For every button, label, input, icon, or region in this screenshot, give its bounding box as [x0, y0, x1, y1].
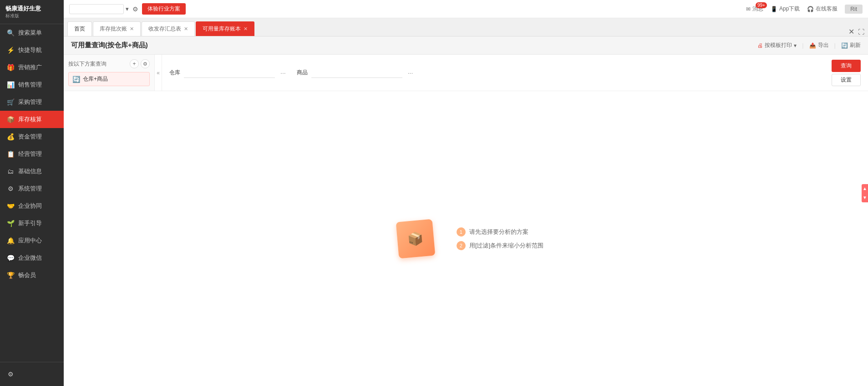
filter-scheme-header: 按以下方案查询 + ⚙: [68, 59, 150, 68]
scroll-up-arrow[interactable]: ▲: [862, 184, 868, 193]
headset-icon: 🎧: [807, 6, 814, 12]
ops-icon: 📋: [6, 150, 15, 158]
sidebar-item-label: 营销推广: [18, 63, 42, 72]
settings-icon[interactable]: ⚙: [132, 5, 138, 13]
search-icon: 🔍: [6, 29, 15, 36]
sidebar-item-label: 快捷导航: [18, 46, 42, 54]
refresh-label: 刷新: [850, 41, 861, 49]
app-download-btn[interactable]: 📱 App下载: [771, 5, 800, 13]
filter-scheme-title: 按以下方案查询: [68, 60, 107, 68]
sidebar-item-label: 应用中心: [18, 237, 42, 245]
tab-receive-summary-close-icon[interactable]: ✕: [184, 26, 188, 32]
sidebar-item-system[interactable]: ⚙ 系统管理: [0, 180, 64, 197]
sidebar-item-label: 系统管理: [18, 185, 42, 193]
sidebar-item-finance[interactable]: 💰 资金管理: [0, 128, 64, 145]
print-icon: 🖨: [757, 42, 763, 49]
industry-btn[interactable]: 体验行业方案: [142, 3, 186, 15]
tab-batch-account[interactable]: 库存批次账 ✕: [93, 21, 141, 36]
print-btn[interactable]: 🖨 按模板打印 ▾: [757, 41, 797, 49]
box-face-icon: 📦: [407, 231, 424, 247]
tab-home-label: 首页: [74, 25, 85, 33]
tab-receive-summary-label: 收发存汇总表: [148, 25, 181, 33]
page-actions: 🖨 按模板打印 ▾ | 📤 导出 | 🔄 刷新: [757, 41, 861, 49]
sidebar-item-vip[interactable]: 🏆 畅会员: [0, 267, 64, 284]
warehouse-input[interactable]: [184, 67, 275, 78]
sidebar-item-label: 搜索菜单: [18, 29, 42, 37]
sidebar-item-label: 企业微信: [18, 254, 42, 262]
chat-icon: 💬: [6, 254, 15, 262]
sidebar-item-app-center[interactable]: 🔔 应用中心: [0, 232, 64, 249]
refresh-icon: 🔄: [841, 42, 848, 49]
service-label: 在线客服: [816, 5, 838, 13]
sidebar-item-inventory[interactable]: 📦 库存核算: [0, 111, 64, 128]
app-version: 标准版: [5, 13, 58, 19]
tab-close-all-btn[interactable]: ✕: [848, 27, 854, 36]
tip-num-2: 2: [457, 241, 466, 250]
folder-icon: 🗂: [6, 168, 15, 175]
goods-input[interactable]: [311, 67, 402, 78]
print-dropdown-icon[interactable]: ▾: [794, 42, 797, 49]
query-btn[interactable]: 查询: [832, 60, 861, 72]
tab-available-book[interactable]: 可用量库存账本 ✕: [196, 21, 254, 36]
sidebar-item-newbie[interactable]: 🌱 新手引导: [0, 215, 64, 232]
sidebar-item-search[interactable]: 🔍 搜索菜单: [0, 24, 64, 41]
crown-icon: 🏆: [6, 272, 15, 279]
separator-2: |: [834, 42, 836, 49]
plant-icon: 🌱: [6, 220, 15, 227]
gear-icon: ⚙: [6, 185, 15, 192]
handshake-icon: 🤝: [6, 202, 15, 210]
tab-batch-account-close-icon[interactable]: ✕: [130, 26, 134, 32]
sidebar-item-settings-bottom[interactable]: ⚙: [0, 366, 64, 382]
scheme-settings-btn[interactable]: ⚙: [141, 59, 150, 68]
sidebar-item-purchase[interactable]: 🛒 采购管理: [0, 93, 64, 111]
dropdown-arrow-icon[interactable]: ▾: [126, 5, 129, 12]
filter-conditions: 仓库 ··· 商品 ··· 查询 设置: [162, 55, 868, 91]
shortcut-icon: ⚡: [6, 46, 15, 54]
scheme-item-label: 仓库+商品: [83, 75, 108, 83]
settings-bottom-icon: ⚙: [6, 371, 15, 378]
scheme-item-icon: 🔄: [72, 76, 80, 83]
goods-more-btn[interactable]: ···: [406, 67, 415, 78]
scheme-item-warehouse-goods[interactable]: 🔄 仓库+商品: [68, 72, 150, 86]
sidebar-item-corp-wechat[interactable]: 💬 企业微信: [0, 249, 64, 267]
app-label: App下载: [779, 5, 800, 13]
tab-bar: 首页 库存批次账 ✕ 收发存汇总表 ✕ 可用量库存账本 ✕ ✕ ⛶: [64, 18, 868, 36]
sidebar-item-label: 销售管理: [18, 81, 42, 89]
tab-expand-icon[interactable]: ⛶: [858, 28, 864, 36]
separator-1: |: [802, 42, 803, 49]
tab-available-book-close-icon[interactable]: ✕: [244, 26, 248, 32]
scroll-down-arrow[interactable]: ▼: [862, 193, 868, 202]
sidebar-item-sales[interactable]: 📊 销售管理: [0, 76, 64, 93]
sidebar-nav: 🔍 搜索菜单 ⚡ 快捷导航 🎁 营销推广 📊 销售管理 🛒 采购管理 📦 库存核…: [0, 24, 64, 362]
tab-home[interactable]: 首页: [67, 21, 92, 36]
refresh-btn[interactable]: 🔄 刷新: [841, 41, 861, 49]
chevron-left-icon: «: [157, 70, 160, 76]
warehouse-label: 仓库: [169, 69, 180, 77]
tabs-right-actions: ✕ ⛶: [848, 27, 864, 36]
empty-tip-2: 2 用[过滤]条件来缩小分析范围: [457, 241, 543, 250]
warehouse-more-btn[interactable]: ···: [279, 67, 288, 78]
empty-state: 📦 1 请先选择要分析的方案 2 用[过滤]条件来缩小分析范围: [64, 91, 868, 386]
search-input[interactable]: [69, 4, 124, 14]
online-service-btn[interactable]: 🎧 在线客服: [807, 5, 838, 13]
tab-batch-account-label: 库存批次账: [100, 25, 127, 33]
scroll-indicator[interactable]: ▲ ▼: [862, 184, 868, 202]
sidebar-header: 畅康通好生意 标准版: [0, 0, 64, 24]
message-btn[interactable]: ✉ 消息 99+: [746, 5, 763, 13]
filter-settings-btn[interactable]: 设置: [832, 74, 861, 86]
sidebar-item-operations[interactable]: 📋 经营管理: [0, 145, 64, 163]
main-area: ▾ ⚙ 体验行业方案 ✉ 消息 99+ 📱 App下载 🎧 在线客服 Rit 首…: [64, 0, 868, 386]
export-label: 导出: [818, 41, 829, 49]
sidebar-item-marketing[interactable]: 🎁 营销推广: [0, 59, 64, 76]
sidebar-item-shortcut[interactable]: ⚡ 快捷导航: [0, 41, 64, 59]
empty-tip-1: 1 请先选择要分析的方案: [457, 227, 543, 237]
tip-text-1: 请先选择要分析的方案: [469, 228, 528, 236]
empty-illustration: 📦: [388, 211, 443, 266]
sidebar-item-enterprise[interactable]: 🤝 企业协同: [0, 197, 64, 215]
tab-receive-summary[interactable]: 收发存汇总表 ✕: [142, 21, 195, 36]
filter-collapse-btn[interactable]: «: [155, 55, 162, 91]
sidebar-item-basic[interactable]: 🗂 基础信息: [0, 163, 64, 180]
add-scheme-btn[interactable]: +: [130, 59, 139, 68]
user-avatar[interactable]: Rit: [845, 5, 863, 14]
export-btn[interactable]: 📤 导出: [809, 41, 829, 49]
